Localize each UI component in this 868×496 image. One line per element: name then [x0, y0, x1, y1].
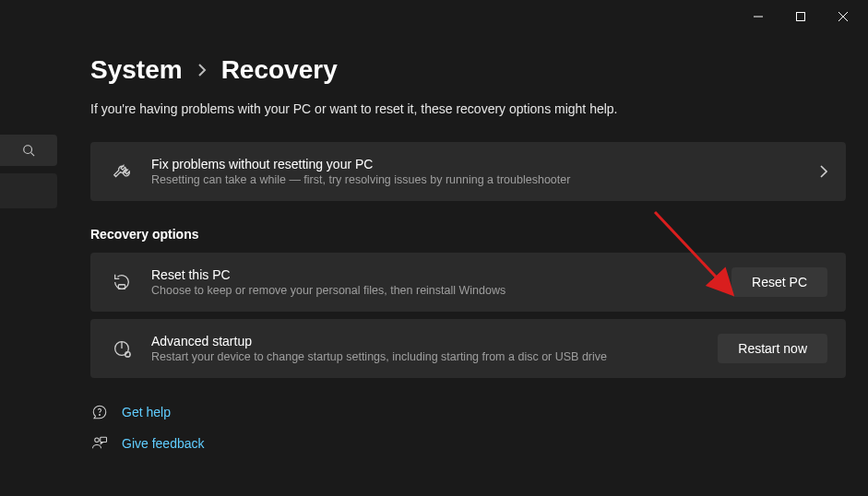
- advanced-body: Advanced startup Restart your device to …: [151, 334, 701, 363]
- wrench-icon: [109, 161, 135, 182]
- advanced-startup-card: Advanced startup Restart your device to …: [90, 319, 846, 378]
- maximize-button[interactable]: [779, 2, 822, 31]
- svg-point-4: [24, 146, 32, 154]
- close-button[interactable]: [822, 2, 864, 31]
- chevron-right-icon: [820, 165, 827, 178]
- feedback-icon: [90, 435, 109, 452]
- recovery-options-label: Recovery options: [90, 227, 846, 242]
- troubleshoot-body: Fix problems without resetting your PC R…: [151, 157, 803, 186]
- svg-line-5: [31, 153, 35, 157]
- search-icon: [22, 144, 35, 157]
- breadcrumb-parent[interactable]: System: [90, 55, 183, 85]
- reset-body: Reset this PC Choose to keep or remove y…: [151, 267, 715, 297]
- give-feedback-link[interactable]: Give feedback: [90, 435, 846, 452]
- svg-point-11: [95, 438, 100, 443]
- breadcrumb: System Recovery: [90, 55, 846, 85]
- troubleshoot-title: Fix problems without resetting your PC: [151, 157, 803, 171]
- reset-title: Reset this PC: [151, 267, 715, 282]
- reset-icon: [109, 272, 135, 292]
- get-help-link[interactable]: Get help: [90, 404, 846, 420]
- titlebar: [0, 0, 868, 33]
- content-area: System Recovery If you're having problem…: [0, 33, 868, 496]
- power-settings-icon: [109, 338, 135, 359]
- troubleshoot-subtitle: Resetting can take a while — first, try …: [151, 173, 803, 186]
- help-icon: [90, 404, 109, 420]
- get-help-label: Get help: [122, 405, 171, 419]
- breadcrumb-current: Recovery: [221, 55, 338, 85]
- main-panel: System Recovery If you're having problem…: [90, 55, 846, 496]
- reset-subtitle: Choose to keep or remove your personal f…: [151, 284, 715, 297]
- reset-pc-card: Reset this PC Choose to keep or remove y…: [90, 253, 846, 312]
- svg-rect-12: [101, 437, 107, 442]
- svg-rect-1: [797, 13, 805, 21]
- intro-text: If you're having problems with your PC o…: [90, 101, 846, 116]
- advanced-title: Advanced startup: [151, 334, 701, 348]
- sidebar-nav-item[interactable]: [0, 173, 57, 208]
- reset-pc-button[interactable]: Reset PC: [731, 267, 827, 297]
- minimize-button[interactable]: [737, 2, 779, 31]
- advanced-subtitle: Restart your device to change startup se…: [151, 350, 701, 363]
- svg-point-10: [100, 415, 101, 416]
- search-input[interactable]: [0, 135, 57, 166]
- restart-now-button[interactable]: Restart now: [718, 334, 827, 363]
- troubleshoot-card[interactable]: Fix problems without resetting your PC R…: [90, 142, 846, 201]
- give-feedback-label: Give feedback: [122, 436, 205, 451]
- chevron-right-icon: [197, 64, 207, 77]
- footer-links: Get help Give feedback: [90, 404, 846, 452]
